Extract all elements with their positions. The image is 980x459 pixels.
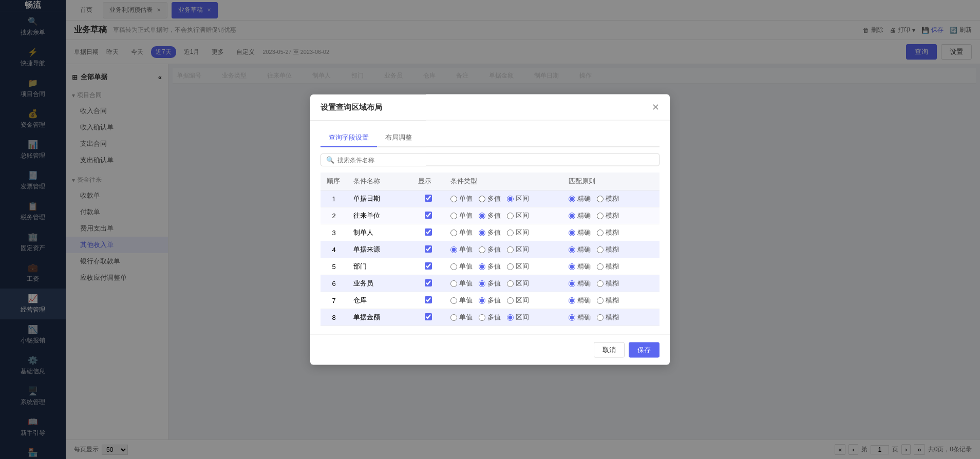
- type-single-radio[interactable]: [450, 229, 457, 236]
- row-show: [412, 326, 444, 327]
- type-single-radio[interactable]: [450, 280, 457, 286]
- show-checkbox[interactable]: [425, 313, 432, 320]
- show-checkbox[interactable]: [425, 296, 432, 303]
- row-order: 7: [321, 292, 347, 309]
- type-multi-radio[interactable]: [479, 314, 485, 320]
- show-checkbox[interactable]: [425, 279, 432, 286]
- type-multi-label[interactable]: 多值: [479, 279, 501, 288]
- match-exact-radio[interactable]: [569, 212, 575, 219]
- match-fuzzy-label[interactable]: 模糊: [597, 228, 619, 237]
- type-range-label[interactable]: 区间: [507, 194, 529, 203]
- type-multi-radio[interactable]: [479, 229, 485, 236]
- show-checkbox[interactable]: [425, 245, 432, 252]
- modal-tab-layout-label: 布局调整: [385, 133, 412, 141]
- match-fuzzy-label[interactable]: 模糊: [597, 245, 619, 254]
- match-fuzzy-radio[interactable]: [597, 314, 604, 320]
- type-multi-radio[interactable]: [479, 246, 485, 253]
- match-exact-radio[interactable]: [569, 314, 575, 320]
- modal-tab-field-settings[interactable]: 查询字段设置: [321, 129, 377, 147]
- match-exact-label[interactable]: 精确: [569, 279, 591, 288]
- type-multi-label[interactable]: 多值: [479, 228, 501, 237]
- match-fuzzy-radio[interactable]: [597, 195, 604, 202]
- modal-save-button[interactable]: 保存: [629, 342, 659, 358]
- type-single-radio[interactable]: [450, 297, 457, 303]
- type-single-radio[interactable]: [450, 314, 457, 320]
- match-fuzzy-label[interactable]: 模糊: [597, 296, 619, 305]
- match-exact-label[interactable]: 精确: [569, 313, 591, 322]
- modal-tab-layout-adjust[interactable]: 布局调整: [377, 129, 420, 147]
- type-multi-label[interactable]: 多值: [479, 313, 501, 322]
- type-single-label[interactable]: 单值: [450, 194, 473, 203]
- type-range-label[interactable]: 区间: [507, 211, 529, 220]
- type-multi-label[interactable]: 多值: [479, 194, 501, 203]
- match-exact-label[interactable]: 精确: [569, 262, 591, 271]
- type-multi-radio[interactable]: [479, 212, 485, 219]
- type-single-radio[interactable]: [450, 263, 457, 270]
- type-range-label[interactable]: 区间: [507, 313, 529, 322]
- match-exact-radio[interactable]: [569, 229, 575, 236]
- show-checkbox[interactable]: [425, 211, 432, 218]
- modal-cancel-button[interactable]: 取消: [594, 342, 625, 358]
- match-exact-label[interactable]: 精确: [569, 228, 591, 237]
- type-range-label[interactable]: 区间: [507, 245, 529, 254]
- show-checkbox[interactable]: [425, 228, 432, 235]
- match-exact-label[interactable]: 精确: [569, 245, 591, 254]
- table-row: 1单据日期 单值 多值 区间 精确 模糊: [321, 190, 659, 207]
- type-single-label[interactable]: 单值: [450, 313, 473, 322]
- row-name: 往来单位: [347, 207, 412, 224]
- type-single-radio[interactable]: [450, 246, 457, 253]
- match-fuzzy-radio[interactable]: [597, 280, 604, 286]
- type-single-radio[interactable]: [450, 212, 457, 219]
- type-range-radio[interactable]: [507, 229, 514, 236]
- type-multi-label[interactable]: 多值: [479, 211, 501, 220]
- match-exact-label[interactable]: 精确: [569, 296, 591, 305]
- modal-search-input[interactable]: [337, 156, 440, 163]
- type-single-label[interactable]: 单值: [450, 279, 473, 288]
- match-exact-label[interactable]: 精确: [569, 194, 591, 203]
- match-fuzzy-label[interactable]: 模糊: [597, 262, 619, 271]
- type-single-label[interactable]: 单值: [450, 211, 473, 220]
- match-fuzzy-label[interactable]: 模糊: [597, 313, 619, 322]
- match-fuzzy-radio[interactable]: [597, 229, 604, 236]
- type-multi-label[interactable]: 多值: [479, 296, 501, 305]
- type-range-radio[interactable]: [507, 195, 514, 202]
- match-exact-radio[interactable]: [569, 246, 575, 253]
- modal-tabs: 查询字段设置 布局调整: [321, 129, 659, 147]
- type-range-label[interactable]: 区间: [507, 228, 529, 237]
- type-single-label[interactable]: 单值: [450, 262, 473, 271]
- match-fuzzy-radio[interactable]: [597, 263, 604, 270]
- type-multi-radio[interactable]: [479, 280, 485, 286]
- match-exact-radio[interactable]: [569, 195, 575, 202]
- type-multi-radio[interactable]: [479, 195, 485, 202]
- type-single-label[interactable]: 单值: [450, 245, 473, 254]
- type-range-label[interactable]: 区间: [507, 279, 529, 288]
- type-single-radio[interactable]: [450, 195, 457, 202]
- type-range-radio[interactable]: [507, 246, 514, 253]
- type-range-radio[interactable]: [507, 297, 514, 303]
- type-multi-radio[interactable]: [479, 263, 485, 270]
- match-fuzzy-radio[interactable]: [597, 246, 604, 253]
- type-range-label[interactable]: 区间: [507, 296, 529, 305]
- match-fuzzy-label[interactable]: 模糊: [597, 279, 619, 288]
- match-exact-radio[interactable]: [569, 280, 575, 286]
- type-multi-label[interactable]: 多值: [479, 262, 501, 271]
- match-fuzzy-label[interactable]: 模糊: [597, 211, 619, 220]
- type-multi-radio[interactable]: [479, 297, 485, 303]
- modal-close-button[interactable]: ✕: [652, 102, 659, 113]
- type-multi-label[interactable]: 多值: [479, 245, 501, 254]
- match-fuzzy-radio[interactable]: [597, 212, 604, 219]
- match-exact-radio[interactable]: [569, 297, 575, 303]
- show-checkbox[interactable]: [425, 262, 432, 269]
- show-checkbox[interactable]: [425, 194, 432, 201]
- type-range-radio[interactable]: [507, 314, 514, 320]
- type-range-radio[interactable]: [507, 212, 514, 219]
- match-fuzzy-radio[interactable]: [597, 297, 604, 303]
- type-range-label[interactable]: 区间: [507, 262, 529, 271]
- match-exact-label[interactable]: 精确: [569, 211, 591, 220]
- match-fuzzy-label[interactable]: 模糊: [597, 194, 619, 203]
- type-range-radio[interactable]: [507, 280, 514, 286]
- type-range-radio[interactable]: [507, 263, 514, 270]
- type-single-label[interactable]: 单值: [450, 228, 473, 237]
- match-exact-radio[interactable]: [569, 263, 575, 270]
- type-single-label[interactable]: 单值: [450, 296, 473, 305]
